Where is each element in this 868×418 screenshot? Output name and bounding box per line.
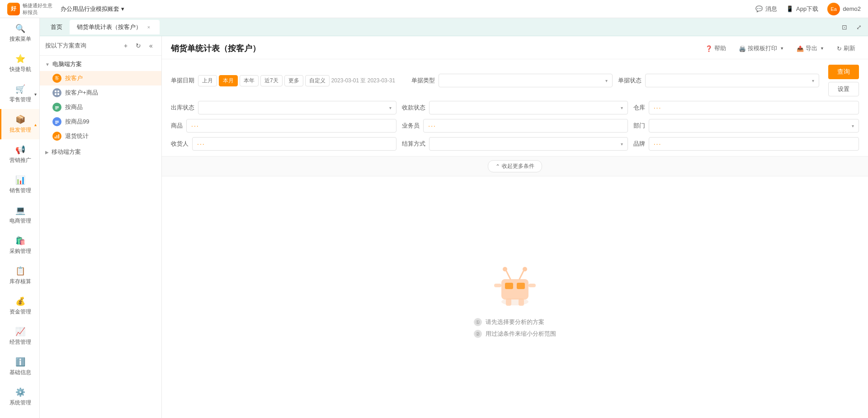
out-status-cell: 出库状态 ▾ — [171, 101, 396, 114]
scheme-title: 按以下方案查询 — [45, 42, 117, 50]
scheme-item-by-customer[interactable]: 客 按客户 — [40, 71, 161, 86]
date-btn-last-month[interactable]: 上月 — [198, 75, 217, 86]
desktop-group-header[interactable]: ▼ 电脑端方案 — [40, 57, 161, 71]
date-btn-custom[interactable]: 自定义 — [305, 75, 330, 86]
salesperson-select[interactable]: ··· — [423, 119, 627, 133]
sidebar-item-marketing[interactable]: 📢 营销推广 — [0, 139, 39, 170]
system-selector[interactable]: 办公用品行业模拟账套 ▾ — [57, 3, 128, 15]
date-btn-this-month[interactable]: 本月 — [219, 75, 238, 86]
svg-point-18 — [503, 267, 507, 271]
scheme-item-return-stats[interactable]: 退货统计 — [40, 129, 161, 143]
add-scheme-button[interactable]: + — [121, 41, 131, 51]
scheme-item-by-goods99[interactable]: 按商品99 — [40, 114, 161, 129]
sidebar-item-retail[interactable]: 🛒 零售管理 ▾ — [0, 79, 39, 109]
sidebar-item-purchase[interactable]: 🛍️ 采购管理 — [0, 230, 39, 261]
money-icon: 💰 — [15, 296, 25, 306]
sidebar-item-wholesale[interactable]: 📦 批发管理 ▴ — [0, 109, 39, 139]
dept-select[interactable]: ▾ — [649, 119, 859, 133]
scheme-item-label: 按客户 — [65, 74, 83, 82]
brand-select[interactable]: ··· — [649, 137, 859, 151]
tab-maximize-button[interactable]: ⤢ — [854, 22, 864, 33]
order-type-select[interactable]: ▾ — [439, 74, 613, 87]
gear-icon: ⚙️ — [15, 387, 25, 397]
empty-tips: ① 请先选择要分析的方案 ② 用过滤条件来缩小分析范围 — [474, 318, 556, 338]
logo-icon: 好 — [7, 3, 20, 15]
settings-button[interactable]: 设置 — [828, 82, 859, 96]
print-button[interactable]: 🖨️ 按模板打印 — [735, 43, 788, 54]
empty-tip-2: ② 用过滤条件来缩小分析范围 — [474, 330, 556, 338]
sidebar-item-system[interactable]: ⚙️ 系统管理 — [0, 382, 39, 412]
tab-restore-button[interactable]: ⊡ — [839, 22, 850, 33]
svg-point-20 — [523, 267, 527, 271]
user-area[interactable]: Ea demo2 — [827, 3, 861, 15]
sidebar: 🔍 搜索菜单 ⭐ 快捷导航 🛒 零售管理 ▾ 📦 批发管理 ▴ 📢 营销推广 📊… — [0, 18, 40, 418]
scheme-actions: + ↻ « — [121, 41, 156, 51]
query-button[interactable]: 查询 — [828, 65, 859, 79]
sidebar-item-inventory[interactable]: 📋 库存核算 — [0, 261, 39, 291]
refresh-scheme-button[interactable]: ↻ — [133, 41, 143, 51]
sidebar-item-ecommerce[interactable]: 💻 电商管理 — [0, 200, 39, 230]
trending-icon: 📈 — [15, 327, 25, 337]
svg-rect-1 — [57, 90, 59, 92]
receiver-select[interactable]: ··· — [192, 137, 396, 151]
sidebar-item-sales[interactable]: 📊 销售管理 — [0, 170, 39, 200]
settlement-cell: 结算方式 ▾ — [402, 137, 627, 151]
main-panel: 销货单统计表（按客户） ❓ 帮助 🖨️ 按模板打印 📤 导出 — [162, 36, 868, 418]
goods-select[interactable]: ··· — [186, 119, 396, 133]
export-icon: 📤 — [797, 45, 804, 52]
refresh-button[interactable]: ↻ 刷新 — [833, 43, 859, 54]
brand-label: 品牌 — [633, 140, 645, 148]
chart-icon: 📊 — [15, 175, 25, 185]
tab-home-label: 首页 — [51, 23, 62, 31]
collapse-scheme-button[interactable]: « — [146, 41, 156, 51]
messages-button[interactable]: 💬 消息 — [755, 5, 777, 13]
scheme-item-by-customer-goods[interactable]: 按客户+商品 — [40, 86, 161, 100]
settlement-select[interactable]: ▾ — [429, 137, 627, 151]
app-download-button[interactable]: 📱 App下载 — [786, 5, 818, 13]
collapse-icon: « — [149, 42, 153, 49]
svg-rect-0 — [55, 90, 57, 92]
sidebar-item-operations[interactable]: 📈 经营管理 — [0, 321, 39, 352]
out-status-select[interactable]: ▾ — [198, 101, 396, 114]
header-left: 好 畅捷通好生意 标报员 办公用品行业模拟账套 ▾ — [7, 2, 128, 15]
date-btn-more[interactable]: 更多 — [284, 75, 303, 86]
desktop-scheme-group: ▼ 电脑端方案 客 按客户 按客户+商品 — [40, 56, 161, 145]
chevron-down-icon: ▾ — [389, 105, 392, 110]
sidebar-item-search[interactable]: 🔍 搜索菜单 — [0, 18, 39, 48]
empty-illustration — [488, 256, 542, 311]
cart-icon: 🛒 — [15, 84, 25, 94]
warehouse-select[interactable]: ··· — [649, 101, 859, 114]
sidebar-item-label: 电商管理 — [9, 217, 31, 225]
messages-label: 消息 — [765, 5, 777, 13]
help-button[interactable]: ❓ 帮助 — [702, 43, 730, 54]
laptop-icon: 💻 — [15, 205, 25, 215]
goods-value: ··· — [191, 122, 199, 129]
chevron-up-icon: ▴ — [34, 122, 37, 127]
pay-status-select[interactable]: ▾ — [429, 101, 627, 114]
header-right: 💬 消息 📱 App下载 Ea demo2 — [755, 3, 861, 15]
add-icon: + — [124, 42, 127, 49]
scheme-item-by-goods[interactable]: 按商品 — [40, 100, 161, 114]
sidebar-item-finance[interactable]: 💰 资金管理 — [0, 291, 39, 321]
export-button[interactable]: 📤 导出 — [793, 43, 828, 54]
sidebar-item-shortcuts[interactable]: ⭐ 快捷导航 — [0, 48, 39, 79]
scheme-icon-customer: 客 — [52, 74, 61, 83]
sidebar-item-basic-info[interactable]: ℹ️ 基础信息 — [0, 352, 39, 382]
order-status-select[interactable]: ▾ — [645, 74, 819, 87]
sidebar-item-enterprise[interactable]: 🤝 企业协同 — [0, 412, 39, 418]
tip-text-2: 用过滤条件来缩小分析范围 — [486, 330, 556, 338]
date-btn-this-year[interactable]: 本年 — [240, 75, 259, 86]
tab-active[interactable]: 销货单统计表（按客户） × — [70, 20, 160, 34]
mobile-group-header[interactable]: ▶ 移动端方案 — [40, 145, 161, 159]
chevron-down-icon: ▾ — [605, 78, 608, 83]
export-label: 导出 — [806, 44, 817, 52]
sidebar-item-label: 资金管理 — [9, 308, 31, 316]
date-btn-last-7-days[interactable]: 近7天 — [260, 75, 283, 86]
date-label: 单据日期 — [171, 76, 194, 85]
tab-close-button[interactable]: × — [145, 24, 152, 31]
collapse-button[interactable]: ⌃ 收起更多条件 — [488, 160, 542, 172]
tab-home[interactable]: 首页 — [43, 20, 70, 34]
sidebar-item-label: 经营管理 — [9, 338, 31, 346]
date-shortcuts: 上月 本月 本年 近7天 更多 自定义 2023-03-01 至 2023-03… — [198, 75, 406, 86]
megaphone-icon: 📢 — [15, 145, 25, 155]
